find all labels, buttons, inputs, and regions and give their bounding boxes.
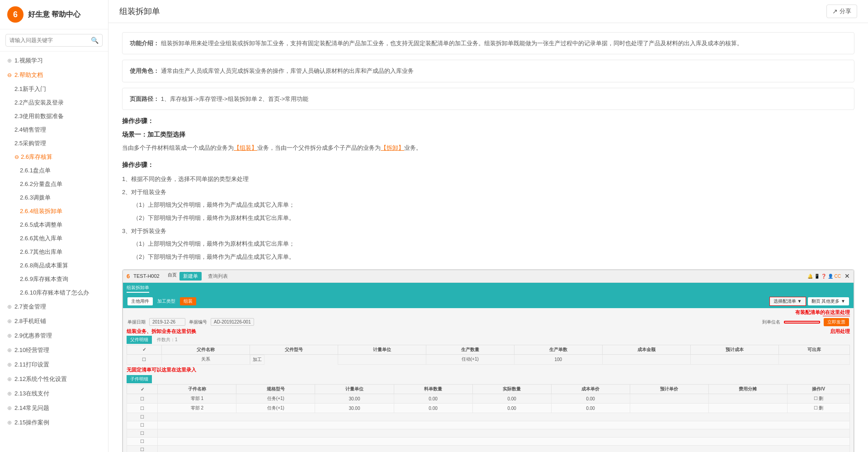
sidebar-item-sales[interactable]: 2.4销售管理 (0, 123, 108, 137)
td-cost-amt (602, 354, 690, 365)
th-cost-amt: 成本金额 (602, 345, 690, 354)
btd-check4: ☐ (127, 421, 158, 429)
sidebar-item-video[interactable]: 1.视频学习 (0, 53, 108, 68)
path-label: 页面路径： (130, 95, 159, 102)
btn-other[interactable]: 翻页 其他更多 ▼ (808, 297, 849, 305)
btable-row-2: ☐ 零部 2 任务(+1) 30.00 0.00 0.00 0.00 ☐ 删 (127, 404, 850, 413)
btd-empty4 (158, 421, 850, 429)
logo-text: 好生意 帮助中心 (28, 10, 80, 19)
path-block: 页面路径： 1、库存核算->库存管理->组装拆卸单 2、首页->常用功能 (122, 88, 854, 110)
fake-screen: 6 TEST-H002 自页 新建单 查询列表 🔔 📱 ❓ 👤 CC ✕ (123, 270, 854, 452)
search-icon[interactable]: 🔍 (91, 37, 99, 44)
btd-spec2: 任务(+1) (236, 404, 315, 413)
nav-query[interactable]: 查询列表 (204, 272, 231, 281)
step3-sub2: （2）下部明细为子件明细，最终作为产成品生成其它入库单。 (122, 252, 854, 263)
btd-cp2: 0.00 (551, 404, 630, 413)
sidebar-item-inv9[interactable]: 2.6.9库存账本查询 (0, 272, 108, 286)
btd-check3: ☐ (127, 413, 158, 421)
sidebar-item-data-prep[interactable]: 2.3使用前数据准备 (0, 109, 108, 123)
scene1-title: 场景一：加工类型选择 (122, 131, 854, 139)
sidebar-item-inv10[interactable]: 2.6.10库存账本错了怎么办 (0, 286, 108, 300)
td-parent-name: 关系 (161, 354, 250, 365)
top-table-wrapper: ✓ 父件名称 父件型号 计量单位 生产数量 生产单数 成本金额 预计成本 可出库 (123, 345, 854, 367)
sidebar-item-inv8[interactable]: 2.6.8商品成本重算 (0, 259, 108, 272)
btd-empty6 (158, 438, 850, 446)
search-area: 🔍 (0, 29, 108, 52)
share-button[interactable]: ↗ 分享 (826, 5, 857, 18)
form-date[interactable]: 2019-12-26 (149, 318, 185, 326)
sidebar-item-install[interactable]: 2.2产品安装及登录 (0, 96, 108, 109)
sidebar-item-help-docs[interactable]: 2.帮助文档 (0, 68, 108, 82)
sidebar-item-inv5[interactable]: 2.6.5成本调整单 (0, 218, 108, 232)
bth-unit: 计量单位 (315, 385, 394, 394)
btd-ops1[interactable]: ☐ 删 (787, 394, 849, 404)
screen-close-icon[interactable]: ✕ (844, 272, 850, 280)
annotation5-area: 无固定清单可以这里在这里录入 (123, 366, 854, 374)
plus-icon-8 (7, 390, 12, 397)
search-input[interactable] (9, 37, 91, 43)
sidebar-item-finance[interactable]: 2.7资金管理 (0, 300, 108, 314)
step2-sub2: （2）下部明细为子件明细，最终作为原材料生成其它出库单。 (122, 213, 854, 224)
sidebar-item-faq[interactable]: 2.14常见问题 (0, 401, 108, 415)
btd-name2: 零部 2 (158, 404, 236, 413)
btd-ops2[interactable]: ☐ 删 (787, 404, 849, 413)
nav-new[interactable]: 新建单 (179, 272, 202, 281)
sidebar-item-purchase[interactable]: 2.5采购管理 (0, 137, 108, 150)
bth-act-qty: 实际数量 (472, 385, 551, 394)
sidebar-item-cases[interactable]: 2.15操作案例 (0, 415, 108, 430)
sidebar-item-coupon[interactable]: 2.9优惠券管理 (0, 328, 108, 343)
tab-assemble[interactable]: 组装拆卸单 (127, 285, 149, 293)
sidebar-item-inv4[interactable]: 2.6.4组装拆卸单 (0, 205, 108, 218)
annotation4-text: 启用处理 (830, 328, 850, 335)
td-parent-model[interactable]: 加工 (250, 355, 264, 365)
form-id[interactable]: AD-20191226-001 (211, 318, 254, 326)
td-available (779, 354, 850, 365)
btn-main-part[interactable]: 主他用件 (127, 297, 153, 305)
search-box[interactable]: 🔍 (5, 34, 103, 47)
sidebar-item-personal[interactable]: 2.12系统个性化设置 (0, 372, 108, 386)
btd-ep2 (630, 404, 708, 413)
btd-check7: ☐ (127, 446, 158, 452)
top-count: 件数共：1 (157, 337, 178, 342)
sidebar-item-newbie[interactable]: 2.1新手入门 (0, 82, 108, 96)
table-row: ☐ 关系 加工 任动(+1) 100 (127, 354, 850, 365)
sidebar-item-inv2[interactable]: 2.6.2分量盘点单 (0, 177, 108, 191)
sidebar-item-inv3[interactable]: 2.6.3调拨单 (0, 191, 108, 205)
btd-unit1: 30.00 (315, 394, 394, 404)
btn-assemble[interactable]: 组装 (180, 297, 196, 305)
ops-steps-title: 操作步骤： (122, 161, 854, 169)
step3: 3、对于拆装业务 (122, 226, 854, 237)
step2: 2、对于组装业务 (122, 187, 854, 198)
logo-icon: 6 (7, 6, 24, 23)
bth-spec: 规格型号 (236, 385, 315, 394)
sidebar-item-payment[interactable]: 2.13在线支付 (0, 386, 108, 401)
ann4-container: 启用处理 (830, 328, 850, 335)
sidebar: 6 好生意 帮助中心 🔍 1.视频学习 2.帮助文档 2.1新手入门 2.2产品… (0, 0, 108, 452)
sidebar-item-inv1[interactable]: 2.6.1盘点单 (0, 164, 108, 177)
sidebar-item-ops[interactable]: 2.10经营管理 (0, 343, 108, 357)
btn-confirm[interactable]: 立即发票 (824, 318, 849, 326)
intro-label: 功能介绍： (130, 40, 159, 47)
sidebar-item-inv6[interactable]: 2.6.6其他入库单 (0, 232, 108, 245)
sidebar-item-inv7[interactable]: 2.6.7其他出库单 (0, 245, 108, 259)
step1: 1、根据不同的业务，选择不同单据的类型来处理 (122, 174, 854, 185)
btd-alloc2 (708, 404, 787, 413)
scene1-desc: 当由多个子件材料组装成一个成品的业务为【组装】业务，当由一个父件拆分成多个子产品… (122, 143, 854, 154)
td-unit (338, 354, 426, 365)
plus-icon-9 (7, 405, 12, 411)
screen-nav: 自页 新建单 查询列表 (168, 272, 231, 281)
btn-find-bom[interactable]: 选择配清单 ▼ (769, 297, 806, 306)
annotation1-text: 有装配清单的在这里处理 (795, 309, 850, 315)
sidebar-item-print[interactable]: 2.11打印设置 (0, 357, 108, 372)
btd-empty3 (158, 413, 850, 421)
btd-name1: 零部 1 (158, 394, 236, 404)
bottom-table-wrapper: ✓ 子件名称 规格型号 计量单位 料单数量 实际数量 成本单价 预计单价 费用分… (123, 384, 854, 452)
sidebar-item-mobile[interactable]: 2.8手机旺铺 (0, 314, 108, 328)
screen-topbar: 6 TEST-H002 自页 新建单 查询列表 🔔 📱 ❓ 👤 CC ✕ (123, 270, 854, 283)
sidebar-item-inventory[interactable]: ⊖ 2.6库存核算 (0, 150, 108, 164)
bottom-table: ✓ 子件名称 规格型号 计量单位 料单数量 实际数量 成本单价 预计单价 费用分… (127, 384, 850, 452)
btd-spec1: 任务(+1) (236, 394, 315, 404)
btd-cp1: 0.00 (551, 394, 630, 404)
bth-cost-price: 成本单价 (551, 385, 630, 394)
form-store[interactable] (784, 321, 820, 324)
